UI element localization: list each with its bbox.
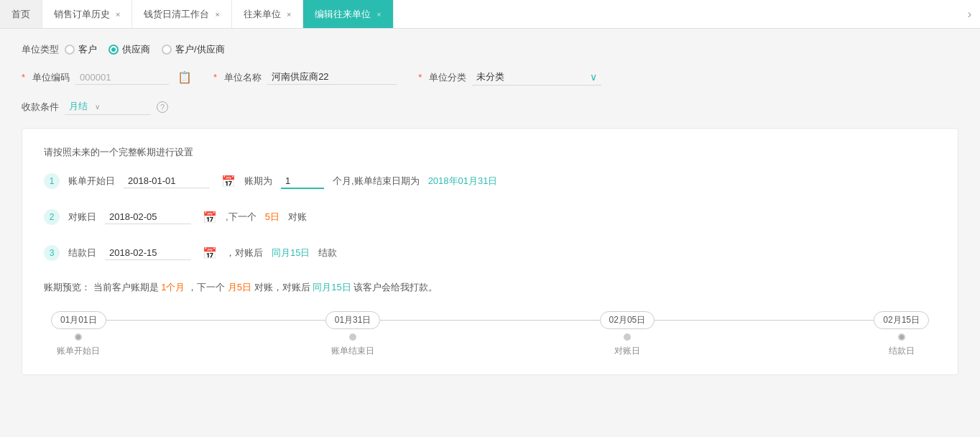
step-row-1: 1 账单开始日 📅 账期为 个月,账单结束日期为 2018年01月31日: [44, 173, 936, 189]
tab-edit-partner-label: 编辑往来单位: [315, 8, 371, 21]
step-period-unit: 个月,账单结束日期为: [333, 175, 420, 188]
timeline-label-4: 结款日: [889, 345, 915, 357]
unit-type-label: 单位类型: [22, 43, 59, 56]
unit-classify-required: *: [418, 72, 422, 83]
step-date-input-1[interactable]: [124, 174, 210, 188]
unit-code-label: 单位编码: [32, 71, 70, 84]
tab-cash-work-close[interactable]: ×: [215, 10, 219, 19]
timeline: 01月01日 账单开始日 01月31日 账单结束日 02月05日 对账日 02月…: [44, 311, 936, 357]
radio-customer[interactable]: 客户: [65, 43, 97, 56]
radio-supplier-circle: [108, 45, 119, 55]
unit-code-required: *: [22, 72, 25, 83]
step-number-1: 1: [44, 173, 60, 189]
unit-type-radio-group: 客户 供应商 客户/供应商: [65, 43, 225, 56]
unit-code-input[interactable]: [75, 70, 169, 85]
preview-text-4: 该客户会给我打款。: [353, 282, 438, 293]
step-period-label: 账期为: [244, 175, 272, 188]
preview-text-3: 对账，对账后: [254, 282, 310, 293]
unit-classify-dropdown[interactable]: 未分类 ∨: [472, 69, 601, 86]
step-2-desc-before: ,下一个: [226, 211, 256, 224]
preview-section: 账期预览： 当前客户账期是 1个月 ，下一个 月5日 对账，对账后 同月15日 …: [44, 281, 936, 294]
preview-orange-2: 月5日: [228, 282, 251, 293]
preview-teal: 同月15日: [313, 282, 351, 293]
step-number-3: 3: [44, 245, 60, 261]
tab-cash-work[interactable]: 钱货日清工作台 ×: [132, 0, 231, 28]
timeline-node-3: 02月05日 对账日: [600, 311, 655, 357]
preview-label: 账期预览：: [44, 282, 91, 293]
preview-text-2: ，下一个: [188, 282, 225, 293]
step-number-2: 2: [44, 209, 60, 225]
radio-supplier-label: 供应商: [122, 43, 150, 56]
payment-terms-row: 收款条件 月结 ∨ ?: [22, 98, 958, 115]
unit-code-calendar-icon[interactable]: 📋: [177, 70, 192, 84]
timeline-nodes: 01月01日 账单开始日 01月31日 账单结束日 02月05日 对账日 02月…: [51, 311, 929, 357]
step-date-input-3[interactable]: [105, 246, 191, 260]
tabs-expand-button[interactable]: ›: [959, 0, 980, 28]
step-label-2: 对账日: [68, 211, 96, 224]
timeline-label-3: 对账日: [614, 345, 640, 357]
tab-edit-partner-close[interactable]: ×: [376, 10, 381, 19]
radio-supplier[interactable]: 供应商: [108, 43, 150, 56]
timeline-dot-2: [349, 334, 356, 341]
main-content: 单位类型 客户 供应商 客户/供应商 * 单位编码: [0, 29, 980, 437]
step-calendar-icon-2[interactable]: 📅: [203, 211, 217, 224]
payment-terms-arrow-icon: ∨: [95, 103, 100, 111]
unit-info-row: * 单位编码 📋 * 单位名称 * 单位分类 未分类 ∨: [22, 69, 958, 86]
payment-terms-field: 收款条件 月结 ∨ ?: [22, 98, 168, 115]
timeline-bubble-3: 02月05日: [600, 311, 655, 329]
card-title: 请按照未来的一个完整帐期进行设置: [44, 146, 936, 159]
preview-text-1: 当前客户账期是: [93, 282, 159, 293]
radio-customer-supplier-label: 客户/供应商: [175, 43, 225, 56]
radio-customer-supplier[interactable]: 客户/供应商: [162, 43, 225, 56]
step-calendar-icon-3[interactable]: 📅: [203, 247, 217, 260]
unit-code-field: * 单位编码 📋: [22, 70, 192, 85]
step-3-teal: 同月15日: [272, 247, 310, 259]
tab-sales-history-label: 销售订单历史: [54, 8, 110, 21]
tab-partner-unit-label: 往来单位: [244, 8, 281, 21]
tab-cash-work-label: 钱货日清工作台: [144, 8, 209, 21]
payment-terms-dropdown[interactable]: 月结 ∨: [65, 98, 151, 115]
timeline-bubble-2: 01月31日: [325, 311, 381, 329]
unit-name-required: *: [213, 72, 217, 83]
timeline-node-4: 02月15日 结款日: [874, 311, 929, 357]
payment-terms-value: 月结: [69, 100, 88, 113]
tab-sales-history[interactable]: 销售订单历史 ×: [42, 0, 132, 28]
timeline-node-1: 01月01日 账单开始日: [51, 311, 106, 357]
step-row-3: 3 结款日 📅 ，对账后 同月15日 结款: [44, 245, 936, 261]
step-2-orange: 5日: [265, 211, 279, 224]
unit-classify-arrow-icon: ∨: [590, 71, 597, 83]
step-2-desc-after: 对账: [288, 211, 307, 224]
preview-orange-1: 1个月: [161, 282, 185, 293]
radio-customer-supplier-circle: [162, 45, 172, 55]
tab-edit-partner[interactable]: 编辑往来单位 ×: [303, 0, 393, 28]
radio-customer-label: 客户: [78, 43, 97, 56]
payment-terms-help-icon[interactable]: ?: [157, 101, 168, 113]
step-period-input[interactable]: [281, 174, 324, 189]
tab-home[interactable]: 首页: [0, 0, 42, 28]
timeline-bubble-4: 02月15日: [874, 311, 929, 329]
unit-name-field: * 单位名称: [213, 70, 397, 85]
step-calendar-icon-1[interactable]: 📅: [221, 175, 236, 188]
chevron-right-icon: ›: [968, 8, 971, 21]
unit-classify-label: 单位分类: [429, 71, 466, 84]
step-end-date-highlight: 2018年01月31日: [428, 175, 498, 188]
tab-home-label: 首页: [11, 8, 30, 21]
step-date-input-2[interactable]: [105, 210, 191, 224]
unit-name-label: 单位名称: [224, 71, 262, 84]
timeline-dot-1: [75, 334, 82, 341]
settings-card: 请按照未来的一个完整帐期进行设置 1 账单开始日 📅 账期为 个月,账单结束日期…: [22, 128, 958, 375]
step-label-1: 账单开始日: [68, 175, 115, 188]
tab-partner-unit[interactable]: 往来单位 ×: [232, 0, 303, 28]
payment-terms-label: 收款条件: [22, 101, 59, 114]
unit-name-input[interactable]: [267, 70, 397, 85]
unit-type-row: 单位类型 客户 供应商 客户/供应商: [22, 43, 958, 56]
tab-sales-history-close[interactable]: ×: [116, 10, 120, 19]
timeline-label-1: 账单开始日: [57, 345, 100, 357]
tab-partner-unit-close[interactable]: ×: [287, 10, 291, 19]
step-3-desc-after: 结款: [318, 247, 337, 259]
unit-classify-field: * 单位分类 未分类 ∨: [418, 69, 601, 86]
timeline-label-2: 账单结束日: [331, 345, 374, 357]
timeline-node-2: 01月31日 账单结束日: [325, 311, 381, 357]
timeline-dot-3: [624, 334, 631, 341]
timeline-dot-4: [898, 334, 905, 341]
